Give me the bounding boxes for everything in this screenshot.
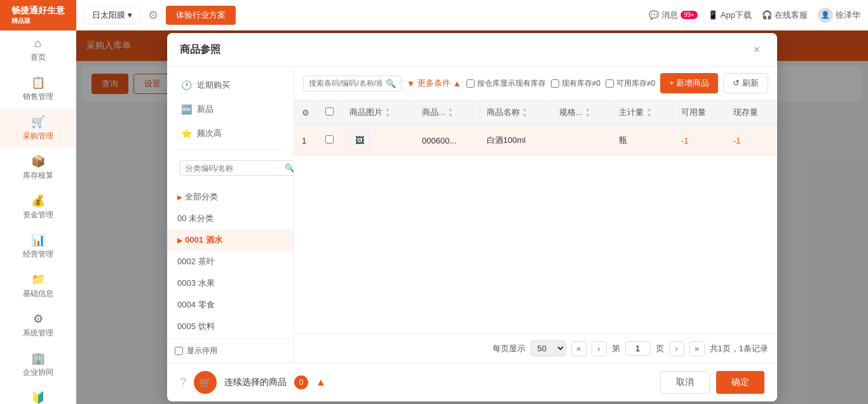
col-unit: 主计量 ▲▼ xyxy=(611,100,673,125)
settings-icon: ⚙ xyxy=(302,108,309,118)
cancel-button[interactable]: 取消 xyxy=(660,371,710,394)
chevron-down-icon: ▾ xyxy=(128,10,132,20)
warehouse-filter[interactable]: 按仓库显示现有库存 xyxy=(466,78,546,89)
next-page-btn[interactable]: › xyxy=(669,341,684,356)
footer-actions: 取消 确定 xyxy=(660,371,764,394)
cart-count: 0 xyxy=(294,375,308,389)
purchase-icon: 🛒 xyxy=(31,115,45,129)
table-row[interactable]: 1 🖼 000600... xyxy=(294,125,777,156)
warehouse-checkbox[interactable] xyxy=(466,79,475,88)
sidebar-item-home[interactable]: ⌂ 首页 xyxy=(0,30,76,69)
col-settings[interactable]: ⚙ xyxy=(294,100,318,125)
select-all-checkbox[interactable] xyxy=(325,107,334,116)
online-service-btn[interactable]: 🎧 在线客服 xyxy=(762,10,808,21)
headset-icon: 🎧 xyxy=(762,10,772,20)
category-label: 0005 饮料 xyxy=(177,321,215,332)
category-0004[interactable]: 0004 零食 xyxy=(167,294,294,316)
col-spec: 规格... ▲▼ xyxy=(551,100,611,125)
tab-new-products[interactable]: 🆕 新品 xyxy=(175,98,286,120)
top-nav: 畅捷通好生意 精品版 日太阳膜 ▾ ⚙ 体验行业方案 💬 消息 99+ 📱 Ap… xyxy=(0,0,868,30)
sidebar-item-purchase[interactable]: 🛒 采购管理 xyxy=(0,109,76,148)
avatar: 👤 xyxy=(818,8,833,23)
finance-icon: 💰 xyxy=(31,194,45,208)
sort-arrows-code: ▲▼ xyxy=(448,107,453,118)
sidebar-item-inventory[interactable]: 📦 库存核算 xyxy=(0,148,76,187)
tab-recent-label: 近期购买 xyxy=(197,79,230,91)
right-panel: 🔍 ▼ 更多条件 ▲ 按仓库显示现有库存 xyxy=(294,67,777,363)
more-filter-btn[interactable]: ▼ 更多条件 ▲ xyxy=(407,77,461,89)
usable-checkbox[interactable] xyxy=(606,79,614,88)
sidebar-item-system[interactable]: ⚙ 系统管理 xyxy=(0,306,76,345)
user-menu[interactable]: 👤 徐泽华 xyxy=(818,8,860,23)
message-icon: 💬 xyxy=(649,10,659,20)
app-download-btn[interactable]: 📱 App下载 xyxy=(708,10,752,21)
close-icon[interactable]: × xyxy=(749,42,764,57)
arrow-icon: ▶ xyxy=(177,237,182,244)
tab-frequent[interactable]: ⭐ 频次高 xyxy=(175,123,286,144)
first-page-btn[interactable]: « xyxy=(571,341,587,356)
filter-icon: ▼ xyxy=(407,79,415,88)
gear-icon[interactable]: ⚙ xyxy=(148,8,158,22)
help-icon[interactable]: ? xyxy=(180,376,186,389)
left-panel-tabs: 🕐 近期购买 🆕 新品 ⭐ 频次高 xyxy=(167,67,294,144)
sidebar-item-enterprise[interactable]: 🏢 企业协同 xyxy=(0,345,76,384)
category-label: 0003 水果 xyxy=(177,278,215,289)
sidebar-label-operation: 经营管理 xyxy=(23,249,53,260)
sidebar-item-sales[interactable]: 📋 销售管理 xyxy=(0,69,76,109)
refresh-btn[interactable]: ↺ 刷新 xyxy=(723,73,768,93)
col-stock: 现存量 xyxy=(725,100,777,125)
confirm-button[interactable]: 确定 xyxy=(716,371,764,394)
sidebar-label-system: 系统管理 xyxy=(23,328,53,339)
category-0001[interactable]: ▶ 0001 酒水 xyxy=(167,229,294,251)
logo-sub: 精品版 xyxy=(11,17,65,25)
product-search-box[interactable]: 🔍 xyxy=(303,76,402,91)
inventory-icon: 📦 xyxy=(31,154,45,168)
sidebar-item-finance[interactable]: 💰 资金管理 xyxy=(0,187,76,227)
logo-main: 畅捷通好生意 xyxy=(11,5,65,17)
category-0003[interactable]: 0003 水果 xyxy=(167,273,294,294)
row-checkbox[interactable] xyxy=(325,135,334,144)
messages-badge: 99+ xyxy=(681,11,698,19)
phone-icon: 📱 xyxy=(708,10,718,20)
per-page-select[interactable]: 50 10 20 100 xyxy=(531,340,566,356)
category-0005[interactable]: 0005 饮料 xyxy=(167,316,294,337)
home-icon: ⌂ xyxy=(34,37,41,50)
collapse-cart-icon[interactable]: ▲ xyxy=(316,377,326,388)
category-list: ▶ 全部分类 00 未分类 ▶ 0001 酒水 0002 茶 xyxy=(167,184,294,339)
left-panel: 🕐 近期购买 🆕 新品 ⭐ 频次高 xyxy=(167,67,294,363)
available-checkbox[interactable] xyxy=(551,79,559,88)
category-00[interactable]: 00 未分类 xyxy=(167,208,294,229)
category-label: 0004 零食 xyxy=(177,299,215,311)
prev-page-btn[interactable]: ‹ xyxy=(592,341,607,356)
usable-filter[interactable]: 可用库存≠0 xyxy=(606,78,655,89)
category-0002[interactable]: 0002 茶叶 xyxy=(167,251,294,273)
divider xyxy=(175,149,286,150)
available-filter[interactable]: 现有库存≠0 xyxy=(551,78,600,89)
main-layout: ⌂ 首页 📋 销售管理 🛒 采购管理 📦 库存核算 💰 资金管理 📊 经营管理 … xyxy=(0,30,868,404)
table-toolbar: 🔍 ▼ 更多条件 ▲ 按仓库显示现有库存 xyxy=(294,67,777,100)
sidebar-item-operation[interactable]: 📊 经营管理 xyxy=(0,227,76,266)
row-spec xyxy=(551,125,611,156)
row-checkbox-cell[interactable] xyxy=(318,125,342,156)
messages-btn[interactable]: 💬 消息 99+ xyxy=(649,10,698,21)
page-input[interactable] xyxy=(625,341,651,356)
last-page-btn[interactable]: » xyxy=(689,341,705,356)
store-selector[interactable]: 日太阳膜 ▾ xyxy=(84,6,140,24)
col-code: 商品... ▲▼ xyxy=(414,100,479,125)
row-code: 000600... xyxy=(414,125,479,156)
experience-btn[interactable]: 体验行业方案 xyxy=(166,6,236,25)
product-search-input[interactable] xyxy=(309,79,382,88)
category-search-input[interactable] xyxy=(186,164,281,173)
cart-button[interactable]: 🛒 xyxy=(194,371,217,394)
show-disabled-checkbox[interactable] xyxy=(175,347,183,355)
category-label: 00 未分类 xyxy=(177,213,214,224)
category-search[interactable]: 🔍 xyxy=(180,160,294,176)
sidebar-item-base[interactable]: 📁 基础信息 xyxy=(0,266,76,306)
category-all[interactable]: ▶ 全部分类 xyxy=(167,186,294,208)
add-product-btn[interactable]: + 新增商品 xyxy=(660,73,718,93)
product-reference-dialog: 商品参照 × 🕐 近期购买 🆕 xyxy=(167,33,777,401)
sidebar-item-newbie[interactable]: 🔰 新手引导 xyxy=(0,384,76,404)
sidebar-label-base: 基础信息 xyxy=(23,288,53,299)
tab-recent-purchase[interactable]: 🕐 近期购买 xyxy=(175,74,286,96)
search-icon: 🔍 xyxy=(386,79,396,88)
